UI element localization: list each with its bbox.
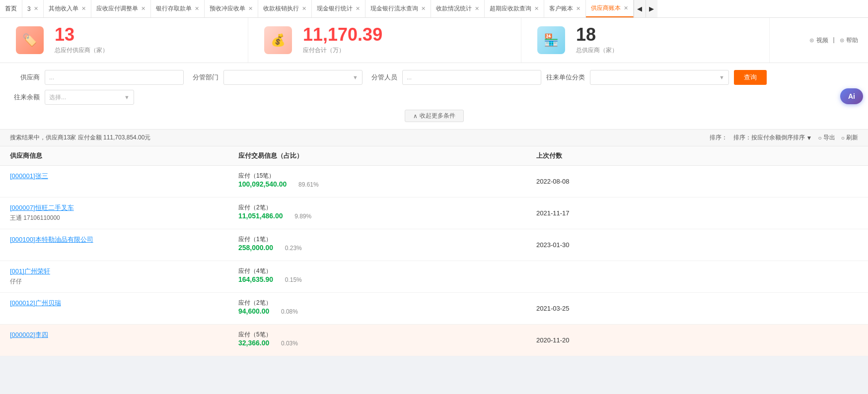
nav-item-tab7[interactable]: 现金银行统计 ✕ — [312, 0, 365, 17]
close-tab3-icon[interactable]: ✕ — [141, 5, 145, 12]
close-tab9-icon[interactable]: ✕ — [475, 5, 479, 12]
stat-info-payable: 13 总应付供应商（家） — [55, 26, 108, 55]
result-bar: 搜索结果中，供应商13家 应付金额 111,703,854.00元 排序： 排序… — [0, 130, 868, 146]
tx-amount[interactable]: 11,051,486.00 — [238, 212, 283, 220]
category-filter-select[interactable]: ▼ — [590, 70, 729, 85]
payable-suppliers-label: 总应付供应商（家） — [55, 46, 108, 55]
nav-right-arrow[interactable]: ▶ — [646, 0, 657, 17]
nav-left-arrow[interactable]: ◀ — [634, 0, 646, 17]
filter-area: 供应商 ... 分管部门 ▼ 分管人员 ... 往来单位分类 ▼ 查询 往来余额… — [0, 63, 868, 130]
col-header-last-pay: 上次付数 — [536, 151, 858, 160]
person-filter-label: 分管人员 — [367, 73, 397, 82]
last-pay-cell: 2021-03-25 — [536, 299, 858, 318]
total-suppliers-count: 18 — [576, 26, 618, 44]
sort-select[interactable]: 排序：按应付余额倒序排序 ▼ — [733, 133, 812, 142]
export-button[interactable]: ○ 导出 — [818, 133, 835, 142]
supplier-sub: 王通 17106110000 — [10, 214, 238, 222]
dept-filter-select[interactable]: ▼ — [223, 70, 362, 85]
dept-chevron-icon: ▼ — [353, 74, 358, 80]
payable-total-label: 应付合计（万） — [303, 46, 382, 55]
close-tab10-icon[interactable]: ✕ — [534, 5, 539, 12]
help-link[interactable]: ⊙ 帮助 — [840, 36, 858, 45]
tx-amount[interactable]: 32,366.00 — [238, 339, 269, 347]
close-tab5-icon[interactable]: ✕ — [248, 5, 253, 12]
tx-percent: 0.15% — [285, 276, 302, 283]
dept-filter-label: 分管部门 — [189, 73, 218, 82]
filter-row-1: 供应商 ... 分管部门 ▼ 分管人员 ... 往来单位分类 ▼ 查询 — [10, 70, 858, 85]
stat-block-payable-suppliers: 🏷️ 13 总应付供应商（家） — [0, 18, 248, 63]
query-button[interactable]: 查询 — [734, 70, 767, 85]
supplier-link[interactable]: [000012]广州贝瑞 — [10, 299, 61, 307]
supplier-link[interactable]: [000002]李四 — [10, 331, 48, 338]
table-area: 供应商信息 应付交易信息（占比） 上次付数 [000001]张三 应付（15笔）… — [0, 146, 868, 356]
table-row: [000002]李四 应付（5笔） 32,366.00 0.03% 2020-1… — [0, 325, 868, 356]
close-tab4-icon[interactable]: ✕ — [195, 5, 199, 12]
supplier-link[interactable]: [000100]本特勒油品有限公司 — [10, 236, 93, 243]
nav-item-tab5[interactable]: 预收冲应收单 ✕ — [205, 0, 258, 17]
tx-amount-row: 164,635.90 0.15% — [238, 275, 536, 283]
close-tab1-icon[interactable]: ✕ — [34, 5, 38, 12]
tx-percent: 0.23% — [285, 245, 302, 252]
tx-amount-row: 94,600.00 0.08% — [238, 307, 536, 315]
export-icon: ○ — [818, 134, 822, 141]
close-tab8-icon[interactable]: ✕ — [421, 5, 426, 12]
refresh-button[interactable]: ○ 刷新 — [841, 133, 858, 142]
last-pay-date: 2021-11-17 — [536, 209, 570, 217]
close-tab2-icon[interactable]: ✕ — [81, 5, 86, 12]
close-tab7-icon[interactable]: ✕ — [356, 5, 360, 12]
tab8-label: 现金银行流水查询 — [370, 4, 418, 13]
supplier-sub: 仔仔 — [10, 277, 238, 286]
last-pay-cell — [536, 267, 858, 286]
table-body: [000001]张三 应付（15笔） 100,092,540.00 89.61%… — [0, 166, 868, 356]
payable-total-amount: 11,170.39 — [303, 26, 382, 44]
close-tab12-icon[interactable]: ✕ — [624, 5, 628, 11]
video-help-links: ⊙ 视频 | ⊙ 帮助 — [809, 36, 858, 45]
nav-item-tab9[interactable]: 收款情况统计 ✕ — [431, 0, 485, 17]
nav-item-tab12[interactable]: 供应商账本 ✕ — [586, 0, 634, 17]
home-label: 首页 — [5, 4, 17, 13]
supplier-cell: [000100]本特勒油品有限公司 — [10, 235, 238, 255]
video-link[interactable]: ⊙ 视频 — [809, 36, 828, 45]
refresh-icon: ○ — [841, 134, 845, 141]
close-tab11-icon[interactable]: ✕ — [576, 5, 580, 12]
nav-item-tab4[interactable]: 银行存取款单 ✕ — [151, 0, 205, 17]
result-summary: 搜索结果中，供应商13家 应付金额 111,703,854.00元 — [10, 133, 150, 142]
supplier-link[interactable]: [000001]张三 — [10, 172, 48, 180]
nav-item-home[interactable]: 首页 — [0, 0, 22, 17]
last-pay-date: 2021-03-25 — [536, 305, 570, 312]
tx-percent: 0.03% — [281, 340, 298, 347]
tx-label: 应付（2笔） — [238, 203, 536, 212]
tab12-label: 供应商账本 — [591, 4, 621, 12]
supplier-link[interactable]: [001]广州荣轩 — [10, 267, 50, 275]
nav-item-tab10[interactable]: 超期应收款查询 ✕ — [485, 0, 544, 17]
tx-amount[interactable]: 94,600.00 — [238, 307, 269, 315]
close-tab6-icon[interactable]: ✕ — [302, 5, 306, 12]
collapse-up-icon: ∧ — [413, 113, 418, 120]
last-pay-cell: 2022-08-08 — [536, 172, 858, 191]
nav-item-tab3[interactable]: 应收应付调整单 ✕ — [91, 0, 151, 17]
tx-amount[interactable]: 100,092,540.00 — [238, 180, 287, 188]
tx-amount[interactable]: 164,635.90 — [238, 275, 273, 283]
stat-block-payable-total: 💰 11,170.39 应付合计（万） — [248, 18, 521, 63]
transaction-cell: 应付（2笔） 94,600.00 0.08% — [238, 299, 536, 318]
nav-item-tab11[interactable]: 客户账本 ✕ — [544, 0, 586, 17]
balance-filter-select[interactable]: 选择... ▼ — [45, 90, 134, 105]
category-filter-label: 往来单位分类 — [546, 73, 585, 82]
supplier-filter-input[interactable]: ... — [45, 70, 184, 85]
person-filter-input[interactable]: ... — [402, 70, 541, 85]
supplier-cell: [000007]恒旺二手叉车 王通 17106110000 — [10, 203, 238, 223]
tab1-label: 3 — [27, 5, 31, 12]
collapse-button[interactable]: ∧ 收起更多条件 — [405, 110, 464, 122]
last-pay-cell: 2021-11-17 — [536, 203, 858, 223]
nav-item-tab6[interactable]: 收款核销执行 ✕ — [258, 0, 312, 17]
tx-amount[interactable]: 258,000.00 — [238, 244, 273, 252]
supplier-link[interactable]: [000007]恒旺二手叉车 — [10, 204, 74, 211]
transaction-cell: 应付（4笔） 164,635.90 0.15% — [238, 267, 536, 286]
nav-item-tab2[interactable]: 其他收入单 ✕ — [44, 0, 91, 17]
money-icon: 💰 — [263, 25, 293, 55]
tx-label: 应付（15笔） — [238, 172, 536, 180]
nav-item-tab8[interactable]: 现金银行流水查询 ✕ — [365, 0, 431, 17]
tab7-label: 现金银行统计 — [317, 4, 353, 13]
nav-item-tab1[interactable]: 3 ✕ — [22, 0, 44, 17]
ai-button[interactable]: Ai — [840, 88, 863, 104]
